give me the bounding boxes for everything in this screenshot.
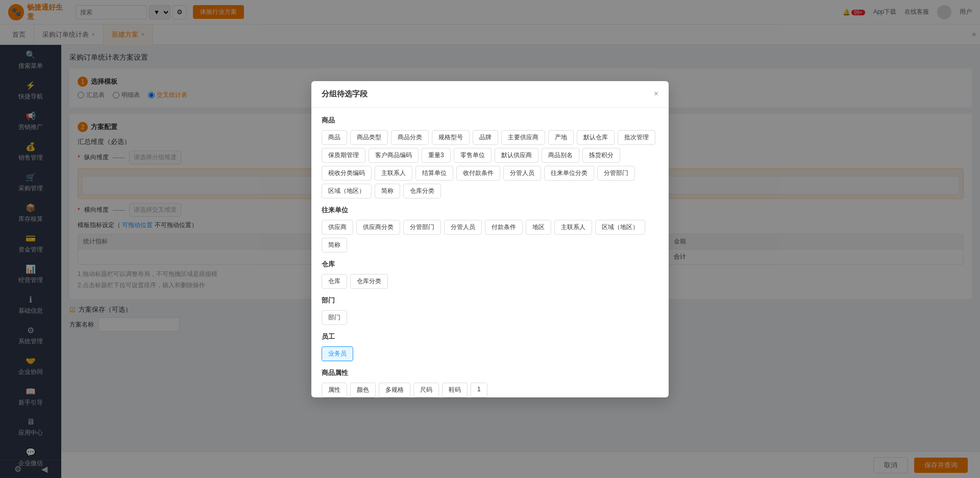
field-tag[interactable]: 简称 [322,238,347,253]
field-tag[interactable]: 往来单位分类 [544,166,594,181]
section-title-goods-attr: 商品属性 [322,368,658,378]
field-tag[interactable]: 保质期管理 [322,148,365,163]
modal-body: 商品 商品商品类型商品分类规格型号品牌主要供应商产地默认仓库批次管理保质期管理客… [311,108,669,397]
field-tag[interactable]: 仓库分类 [403,184,441,198]
field-tag[interactable]: 仓库分类 [350,274,388,289]
section-title-goods: 商品 [322,116,658,125]
fields-grid-dept: 部门 [322,310,658,325]
field-tag[interactable]: 分管人员 [503,166,541,181]
field-tag[interactable]: 拣货积分 [582,148,620,163]
field-tag[interactable]: 主要供应商 [501,130,545,145]
modal-header: 分组待选字段 × [311,81,669,108]
field-tag[interactable]: 地区 [526,220,551,235]
field-tag[interactable]: 1 [471,383,487,397]
field-tag[interactable]: 税收分类编码 [322,166,372,181]
field-tag[interactable]: 默认供应商 [495,148,538,163]
field-tag[interactable]: 颜色 [350,383,376,397]
field-tag[interactable]: 零售单位 [454,148,492,163]
section-title-dept: 部门 [322,296,658,305]
field-tag[interactable]: 批次管理 [618,130,655,145]
fields-grid-partner: 供应商供应商分类分管部门分管人员付款条件地区主联系人区域（地区）简称 [322,220,658,253]
field-tag[interactable]: 商品 [322,130,347,145]
field-tag[interactable]: 主联系人 [554,220,592,235]
field-tag[interactable]: 商品别名 [542,148,579,163]
field-tag[interactable]: 主联系人 [375,166,412,181]
field-tag[interactable]: 简称 [375,184,400,198]
modal-close-button[interactable]: × [654,89,658,98]
field-tag[interactable]: 供应商 [322,220,353,235]
fields-grid-employee: 业务员 [322,346,658,361]
field-tag[interactable]: 仓库 [322,274,347,289]
field-tag[interactable]: 商品分类 [391,130,429,145]
field-tag[interactable]: 产地 [548,130,574,145]
fields-grid-goods-attr: 属性颜色多规格尺码鞋码1 [322,383,658,397]
field-tag[interactable]: 付款条件 [485,220,523,235]
field-tag[interactable]: 商品类型 [350,130,388,145]
modal-overlay: 分组待选字段 × 商品 商品商品类型商品分类规格型号品牌主要供应商产地默认仓库批… [0,0,980,478]
field-tag[interactable]: 分管部门 [403,220,441,235]
field-tag[interactable]: 结算单位 [415,166,453,181]
field-tag[interactable]: 区域（地区） [595,220,645,235]
field-tag[interactable]: 多规格 [379,383,410,397]
field-tag[interactable]: 分管部门 [597,166,635,181]
field-tag[interactable]: 业务员 [322,346,353,361]
field-tag[interactable]: 客户商品编码 [369,148,419,163]
field-tag[interactable]: 供应商分类 [356,220,400,235]
field-tag[interactable]: 默认仓库 [577,130,615,145]
field-tag[interactable]: 区域（地区） [322,184,372,198]
modal-title: 分组待选字段 [322,89,368,99]
field-tag[interactable]: 鞋码 [442,383,468,397]
field-tag[interactable]: 尺码 [413,383,439,397]
field-tag[interactable]: 属性 [322,383,347,397]
field-tag[interactable]: 规格型号 [432,130,470,145]
fields-grid-warehouse: 仓库仓库分类 [322,274,658,289]
section-title-employee: 员工 [322,332,658,341]
field-tag[interactable]: 部门 [322,310,347,325]
section-title-partner: 往来单位 [322,206,658,215]
field-tag[interactable]: 重量3 [422,148,451,163]
field-tag[interactable]: 品牌 [473,130,498,145]
field-tag[interactable]: 收付款条件 [456,166,500,181]
section-title-warehouse: 仓库 [322,260,658,269]
modal: 分组待选字段 × 商品 商品商品类型商品分类规格型号品牌主要供应商产地默认仓库批… [311,81,669,397]
field-tag[interactable]: 分管人员 [444,220,482,235]
fields-grid-goods: 商品商品类型商品分类规格型号品牌主要供应商产地默认仓库批次管理保质期管理客户商品… [322,130,658,198]
